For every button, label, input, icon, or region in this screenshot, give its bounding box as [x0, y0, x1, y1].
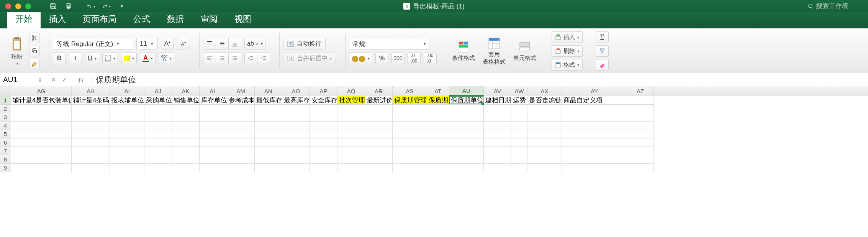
cell-AX3[interactable]: [527, 113, 562, 122]
column-header-AG[interactable]: AG: [11, 86, 72, 96]
row-header-9[interactable]: 9: [0, 164, 11, 172]
column-header-AQ[interactable]: AQ: [337, 86, 365, 96]
cell-AS4[interactable]: [393, 122, 427, 130]
cell-AV4[interactable]: [484, 122, 511, 130]
cell-AZ4[interactable]: [627, 122, 654, 130]
column-header-AU[interactable]: AU: [449, 86, 484, 96]
cell-AI5[interactable]: [110, 130, 144, 138]
cell-AY4[interactable]: [562, 122, 627, 130]
cell-AW1[interactable]: 运费: [511, 96, 527, 105]
cell-AJ1[interactable]: 采购单位: [144, 96, 172, 105]
cell-AV2[interactable]: [484, 105, 511, 113]
cell-AJ8[interactable]: [144, 155, 172, 164]
cell-AI3[interactable]: [110, 113, 144, 122]
cell-AU3[interactable]: [449, 113, 484, 122]
tab-data[interactable]: 数据: [159, 10, 192, 28]
cell-AH5[interactable]: [72, 130, 110, 138]
cell-AV1[interactable]: 建档日期: [484, 96, 511, 105]
cell-AY7[interactable]: [562, 147, 627, 155]
cell-AJ9[interactable]: [144, 164, 172, 172]
cell-AP8[interactable]: [310, 155, 337, 164]
cell-AJ4[interactable]: [144, 122, 172, 130]
cell-AI4[interactable]: [110, 122, 144, 130]
cell-AU6[interactable]: [449, 138, 484, 147]
cell-AS1[interactable]: 保质期管理: [393, 96, 427, 105]
row-header-2[interactable]: 2: [0, 105, 11, 113]
cell-AW4[interactable]: [511, 122, 527, 130]
cell-AH9[interactable]: [72, 164, 110, 172]
increase-font-button[interactable]: A▴: [161, 38, 174, 49]
tab-review[interactable]: 审阅: [192, 10, 226, 28]
table-format-button[interactable]: 套用 表格格式: [480, 35, 508, 67]
increase-indent-button[interactable]: [257, 53, 270, 64]
cell-AI9[interactable]: [110, 164, 144, 172]
cell-AR8[interactable]: [365, 155, 393, 164]
cell-AJ2[interactable]: [144, 105, 172, 113]
cell-AX6[interactable]: [527, 138, 562, 147]
align-center-button[interactable]: [216, 53, 229, 64]
cell-AS7[interactable]: [393, 147, 427, 155]
cell-AQ3[interactable]: [337, 113, 365, 122]
cell-AW9[interactable]: [511, 164, 527, 172]
cell-AU4[interactable]: [449, 122, 484, 130]
save-icon[interactable]: [49, 2, 57, 10]
wrap-text-button[interactable]: 自动换行: [283, 38, 326, 49]
cell-AM8[interactable]: [227, 155, 255, 164]
cell-AT3[interactable]: [427, 113, 449, 122]
cell-AO1[interactable]: 最高库存: [282, 96, 310, 105]
cell-AZ1[interactable]: [627, 96, 654, 105]
cell-AT7[interactable]: [427, 147, 449, 155]
row-header-4[interactable]: 4: [0, 122, 11, 130]
cell-AS5[interactable]: [393, 130, 427, 138]
paste-button[interactable]: 粘贴 ▾: [8, 35, 26, 67]
format-cells-button[interactable]: 格式▾: [552, 59, 583, 71]
enter-formula-button[interactable]: ✓: [62, 76, 67, 84]
align-left-button[interactable]: [203, 53, 216, 64]
italic-button[interactable]: I: [69, 53, 82, 64]
cell-AQ1[interactable]: 批次管理: [337, 96, 365, 105]
cell-AL8[interactable]: [200, 155, 227, 164]
cell-AZ2[interactable]: [627, 105, 654, 113]
cell-AU1[interactable]: 保质期单位: [449, 96, 484, 105]
cell-AU7[interactable]: [449, 147, 484, 155]
cell-AT8[interactable]: [427, 155, 449, 164]
cell-AW2[interactable]: [511, 105, 527, 113]
bold-button[interactable]: B: [53, 53, 66, 64]
cell-AK9[interactable]: [172, 164, 200, 172]
column-header-AL[interactable]: AL: [200, 86, 227, 96]
cell-AX8[interactable]: [527, 155, 562, 164]
fill-button[interactable]: [596, 45, 609, 57]
cell-AQ5[interactable]: [337, 130, 365, 138]
cell-AG9[interactable]: [11, 164, 72, 172]
cell-AO9[interactable]: [282, 164, 310, 172]
cell-AQ8[interactable]: [337, 155, 365, 164]
cell-AS3[interactable]: [393, 113, 427, 122]
cell-AN3[interactable]: [255, 113, 282, 122]
cell-AG6[interactable]: [11, 138, 72, 147]
cell-AT1[interactable]: 保质期: [427, 96, 449, 105]
cell-AV5[interactable]: [484, 130, 511, 138]
cell-AN8[interactable]: [255, 155, 282, 164]
column-header-AW[interactable]: AW: [511, 86, 527, 96]
cell-AR7[interactable]: [365, 147, 393, 155]
phonetic-button[interactable]: abcA▾: [159, 53, 174, 64]
cell-AJ6[interactable]: [144, 138, 172, 147]
cell-AK7[interactable]: [172, 147, 200, 155]
column-header-AR[interactable]: AR: [365, 86, 393, 96]
column-header-AO[interactable]: AO: [282, 86, 310, 96]
row-header-1[interactable]: 1: [0, 96, 11, 105]
align-bottom-button[interactable]: [228, 38, 241, 49]
cell-AI1[interactable]: 报表辅单位: [110, 96, 144, 105]
cell-AS8[interactable]: [393, 155, 427, 164]
minimize-window-button[interactable]: [15, 3, 21, 9]
cell-AH8[interactable]: [72, 155, 110, 164]
cell-AR4[interactable]: [365, 122, 393, 130]
tab-page-layout[interactable]: 页面布局: [74, 10, 125, 28]
cell-AU5[interactable]: [449, 130, 484, 138]
cell-AW8[interactable]: [511, 155, 527, 164]
underline-button[interactable]: U▾: [85, 53, 99, 64]
cell-AI8[interactable]: [110, 155, 144, 164]
font-color-button[interactable]: A▾: [140, 53, 156, 64]
cell-AO8[interactable]: [282, 155, 310, 164]
cell-AG3[interactable]: [11, 113, 72, 122]
